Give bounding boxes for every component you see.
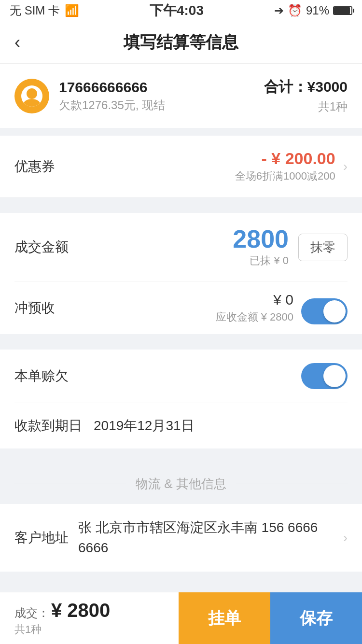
location-icon: ➔: [274, 4, 284, 17]
chong-amount-col: ¥ 0 应收金额 ¥ 2800: [216, 292, 293, 324]
customer-phone: 17666666666: [59, 79, 264, 96]
customer-section: 17666666666 欠款1276.35元, 现结 合计：¥3000 共1种: [0, 64, 362, 128]
chong-sub: 应收金额 ¥ 2800: [216, 310, 293, 324]
customer-sub: 欠款1276.35元, 现结: [59, 98, 264, 113]
address-value: 张 北京市市辖区海淀区永丰南 156 6666 6666: [78, 518, 338, 558]
coupon-col: - ¥ 200.00 全场6折满1000减200: [235, 149, 335, 183]
page-title: 填写结算等信息: [124, 31, 238, 54]
deal-label: 成交金额: [14, 238, 69, 256]
avatar-body: [24, 99, 40, 107]
chong-row: 冲预收 ¥ 0 应收金额 ¥ 2800: [0, 282, 362, 334]
status-bar: 无 SIM 卡 📶 下午4:03 ➔ ⏰ 91%: [0, 0, 362, 21]
address-label: 客户地址: [14, 529, 69, 547]
separator-2: [0, 342, 362, 350]
time-label: 下午4:03: [150, 1, 204, 20]
deal-num: 2800: [233, 226, 289, 252]
benshan-section: 本单赊欠 收款到期日 2019年12月31日: [0, 350, 362, 448]
separator-1: [0, 205, 362, 213]
coupon-section: 优惠券 - ¥ 200.00 全场6折满1000减200 ›: [0, 136, 362, 197]
due-date-value: 2019年12月31日: [94, 417, 195, 435]
bottom-left: 成交： ¥ 2800 共1种: [0, 600, 179, 637]
battery-fill: [334, 7, 350, 14]
customer-row: 17666666666 欠款1276.35元, 现结 合计：¥3000 共1种: [0, 64, 362, 128]
bottom-deal-label: 成交：: [14, 605, 49, 621]
avatar: [14, 79, 49, 113]
due-date-label: 收款到期日: [14, 417, 82, 435]
bottom-bar: 成交： ¥ 2800 共1种 挂单 保存: [0, 592, 362, 644]
deal-amount-col: 2800 已抹 ¥ 0: [233, 226, 289, 268]
carrier-label: 无 SIM 卡: [10, 3, 60, 18]
alarm-icon: ⏰: [288, 4, 302, 17]
avatar-head: [27, 88, 37, 99]
battery-icon: [333, 6, 352, 15]
bottom-count: 共1种: [14, 622, 164, 637]
benshan-row: 本单赊欠: [0, 350, 362, 403]
address-row[interactable]: 客户地址 张 北京市市辖区海淀区永丰南 156 6666 6666 ›: [0, 504, 362, 572]
benshan-label: 本单赊欠: [14, 367, 69, 385]
customer-total: 合计：¥3000 共1种: [264, 77, 348, 114]
benshan-right: [69, 363, 348, 389]
deal-section: 成交金额 2800 已抹 ¥ 0 抹零 冲预收 ¥ 0 应收金额 ¥ 2800: [0, 213, 362, 334]
benshan-toggle-knob: [323, 365, 346, 387]
round-button[interactable]: 抹零: [298, 234, 348, 261]
coupon-right: - ¥ 200.00 全场6折满1000减200 ›: [55, 149, 348, 183]
save-button[interactable]: 保存: [270, 592, 362, 644]
logistics-divider: 物流 & 其他信息: [0, 464, 362, 504]
address-chevron-icon: ›: [343, 530, 348, 546]
toggle-knob: [323, 300, 346, 322]
status-left: 无 SIM 卡 📶: [10, 3, 79, 18]
logistics-line-right: [236, 484, 348, 484]
total-count: 共1种: [264, 99, 348, 114]
address-section: 客户地址 张 北京市市辖区海淀区永丰南 156 6666 6666 ›: [0, 504, 362, 572]
coupon-label: 优惠券: [14, 157, 55, 176]
deal-right: 2800 已抹 ¥ 0 抹零: [69, 226, 348, 268]
page-header: ‹ 填写结算等信息: [0, 21, 362, 64]
coupon-amount: - ¥ 200.00: [235, 149, 335, 168]
chong-amount: ¥ 0: [216, 292, 293, 308]
total-amount: 合计：¥3000: [264, 77, 348, 97]
benshan-toggle[interactable]: [301, 363, 348, 389]
coupon-row[interactable]: 优惠券 - ¥ 200.00 全场6折满1000减200 ›: [0, 136, 362, 197]
chong-right: ¥ 0 应收金额 ¥ 2800: [55, 292, 348, 324]
avatar-inner: [21, 85, 42, 107]
logistics-line-left: [14, 484, 126, 484]
hang-button[interactable]: 挂单: [179, 592, 270, 644]
chong-toggle[interactable]: [301, 298, 348, 324]
due-date-row: 收款到期日 2019年12月31日: [0, 403, 362, 448]
battery-label: 91%: [306, 4, 329, 17]
back-button[interactable]: ‹: [14, 32, 20, 53]
bottom-price: ¥ 2800: [51, 600, 110, 621]
chong-label: 冲预收: [14, 299, 55, 317]
coupon-desc: 全场6折满1000减200: [235, 169, 335, 183]
coupon-chevron-icon: ›: [343, 159, 348, 174]
deal-amount-row: 成交金额 2800 已抹 ¥ 0 抹零: [0, 213, 362, 281]
logistics-text: 物流 & 其他信息: [136, 476, 226, 492]
separator-3: [0, 456, 362, 464]
deal-sub: 已抹 ¥ 0: [233, 253, 289, 268]
wifi-icon: 📶: [65, 4, 79, 17]
customer-info: 17666666666 欠款1276.35元, 现结: [59, 79, 264, 113]
status-right: ➔ ⏰ 91%: [274, 4, 352, 17]
